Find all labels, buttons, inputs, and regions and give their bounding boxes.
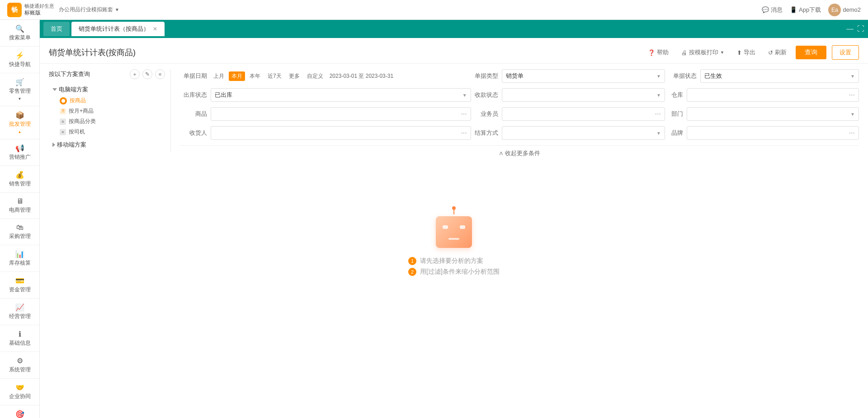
sidebar-item-beginner-guide[interactable]: 🎯 新手引导 <box>0 405 39 418</box>
sidebar-item-search[interactable]: 🔍 搜索菜单 <box>0 20 39 47</box>
chevron-down-icon: ▼ <box>18 97 22 101</box>
chevron-up-icon: ▲ <box>18 130 22 134</box>
tab-bar: 首页 销货单统计计表（按商品） ✕ — ⛶ <box>40 20 868 38</box>
tab-maximize-icon[interactable]: ⛶ <box>857 25 864 33</box>
user-label: demo2 <box>843 6 861 13</box>
sidebar-item-operation[interactable]: 📈 经营管理 <box>0 299 39 325</box>
scheme-item-by-category[interactable]: ≡ 按商品分类 <box>60 116 165 127</box>
filter-salesman-field: 业务员 ··· <box>471 107 665 121</box>
logo-area: 畅 畅捷通好生意 标账版 <box>7 3 54 17</box>
out-status-control[interactable]: 已出库 ▼ <box>211 88 471 102</box>
filter-scheme-actions: ＋ ✎ « <box>130 69 165 79</box>
filter-row-1: 单据日期 上月 本月 本年 近7天 更多 自定义 2023-03-01 至 20… <box>180 69 859 83</box>
scheme-group-mobile-header[interactable]: 移动端方案 <box>52 139 165 151</box>
warehouse-control[interactable]: ··· <box>687 88 859 102</box>
page-header: 销货单统计计表(按商品) ❓ 帮助 🖨 按模板打印 ▼ ⬆ 导出 <box>40 38 868 64</box>
payment-status-label: 收款状态 <box>471 91 498 99</box>
doc-type-control[interactable]: 销货单 ▼ <box>502 69 665 83</box>
sidebar-item-marketing[interactable]: 📢 营销推广 <box>0 139 39 166</box>
tab-close-icon[interactable]: ✕ <box>153 26 157 32</box>
filter-warehouse-field: 仓库 ··· <box>665 88 859 102</box>
sidebar-item-label: 批发管理 <box>2 120 38 128</box>
empty-illustration <box>427 194 481 248</box>
goods-control[interactable]: ··· <box>211 107 471 121</box>
payment-status-control[interactable]: ▼ <box>502 88 665 102</box>
desktop-group-label: 电脑端方案 <box>59 86 88 94</box>
date-label: 单据日期 <box>180 72 207 80</box>
message-button[interactable]: 💬 消息 <box>762 6 783 14</box>
sidebar-item-purchase[interactable]: 🛍 采购管理 <box>0 219 39 245</box>
refresh-button[interactable]: ↺ 刷新 <box>764 47 790 58</box>
sidebar-item-label: 销售管理 <box>2 180 38 188</box>
out-status-dropdown-icon: ▼ <box>462 93 467 98</box>
month-goods-icon: 月 <box>60 108 66 114</box>
tab-sales-stats[interactable]: 销货单统计计表（按商品） ✕ <box>71 22 165 36</box>
category-icon: ≡ <box>60 119 66 125</box>
date-this-year-btn[interactable]: 本年 <box>247 71 263 81</box>
settlement-label: 结算方式 <box>471 129 498 137</box>
sidebar-item-wholesale[interactable]: 📦 批发管理 ▲ <box>0 106 39 139</box>
settlement-dropdown-icon: ▼ <box>656 131 661 136</box>
export-button[interactable]: ⬆ 导出 <box>733 47 759 58</box>
salesman-label: 业务员 <box>471 110 498 118</box>
sidebar-item-ecommerce[interactable]: 🖥 电商管理 <box>0 193 39 219</box>
dept-control[interactable]: ▼ <box>687 107 859 121</box>
sidebar-item-label: 零售管理 <box>2 87 38 95</box>
scheme-item-by-driver[interactable]: ≡ 按司机 <box>60 127 165 137</box>
logo-icon: 畅 <box>7 3 22 17</box>
date-last-7days-btn[interactable]: 近7天 <box>265 71 284 81</box>
date-custom-btn[interactable]: 自定义 <box>304 71 326 81</box>
scheme-group-desktop-header[interactable]: 电脑端方案 <box>52 84 165 95</box>
goods-dots-icon: ··· <box>461 110 467 118</box>
scheme-item-by-month-goods[interactable]: 月 按月+商品 <box>60 106 165 116</box>
doc-status-control[interactable]: 已生效 ▼ <box>700 69 859 83</box>
user-area[interactable]: Ea demo2 <box>828 4 861 16</box>
tip-text-1: 请先选择要分析的方案 <box>420 257 483 265</box>
user-initial: Ea <box>831 7 838 13</box>
brand-control[interactable]: ··· <box>687 126 859 140</box>
sidebar-item-enterprise-collab[interactable]: 🤝 企业协同 <box>0 379 39 405</box>
settlement-control[interactable]: ▼ <box>502 126 665 140</box>
date-last-month-btn[interactable]: 上月 <box>211 71 227 81</box>
purchase-icon: 🛍 <box>2 223 38 232</box>
sidebar-item-inventory[interactable]: 📊 库存核算 <box>0 245 39 272</box>
driver-icon: ≡ <box>60 129 66 135</box>
collapse-filter-button[interactable]: ∧ 收起更多条件 <box>180 145 859 161</box>
filter-row-2: 出库状态 已出库 ▼ 收款状态 ▼ <box>180 88 859 102</box>
scheme-item-by-goods[interactable]: 按商品 <box>60 95 165 106</box>
add-scheme-button[interactable]: ＋ <box>130 69 140 79</box>
ecommerce-icon: 🖥 <box>2 197 38 205</box>
edit-scheme-button[interactable]: ✎ <box>142 69 152 79</box>
query-button[interactable]: 查询 <box>796 46 826 59</box>
app-download-button[interactable]: 📱 App下载 <box>790 6 821 14</box>
settings-button[interactable]: 设置 <box>832 45 859 60</box>
sidebar-item-finance[interactable]: 💳 资金管理 <box>0 272 39 299</box>
salesman-control[interactable]: ··· <box>502 107 665 121</box>
tip-text-2: 用[过滤]条件来缩小分析范围 <box>420 268 500 276</box>
template-print-button[interactable]: 🖨 按模板打印 ▼ <box>678 47 728 58</box>
tab-minimize-icon[interactable]: — <box>846 25 854 33</box>
tab-home[interactable]: 首页 <box>43 22 70 36</box>
sidebar-item-basic-info[interactable]: ℹ 基础信息 <box>0 325 39 352</box>
help-button[interactable]: ❓ 帮助 <box>644 47 672 58</box>
receiver-control[interactable]: ··· <box>211 126 471 140</box>
sidebar-item-label: 企业协同 <box>2 393 38 400</box>
top-bar-right: 💬 消息 📱 App下载 Ea demo2 <box>762 4 861 16</box>
page-title: 销货单统计计表(按商品) <box>49 47 136 58</box>
filter-scheme-label: 按以下方案查询 <box>49 70 90 78</box>
out-status-label: 出库状态 <box>180 91 207 99</box>
date-more-btn[interactable]: 更多 <box>286 71 302 81</box>
sidebar-item-system[interactable]: ⚙ 系统管理 <box>0 352 39 379</box>
sidebar-item-sales[interactable]: 💰 销售管理 <box>0 166 39 193</box>
sidebar-item-retail[interactable]: 🛒 零售管理 ▼ <box>0 73 39 106</box>
refresh-icon: ↺ <box>768 49 773 56</box>
export-icon: ⬆ <box>737 49 742 56</box>
collapse-scheme-button[interactable]: « <box>155 69 165 79</box>
sidebar-item-quick-nav[interactable]: ⚡ 快捷导航 <box>0 47 39 73</box>
sidebar-item-label: 快捷导航 <box>2 61 38 68</box>
doc-status-label: 单据状态 <box>665 72 697 80</box>
date-this-month-btn[interactable]: 本月 <box>229 71 245 81</box>
empty-state: 1 请先选择要分析的方案 2 用[过滤]条件来缩小分析范围 <box>40 166 868 306</box>
mobile-group-label: 移动端方案 <box>57 141 86 149</box>
help-icon: ❓ <box>648 49 655 56</box>
